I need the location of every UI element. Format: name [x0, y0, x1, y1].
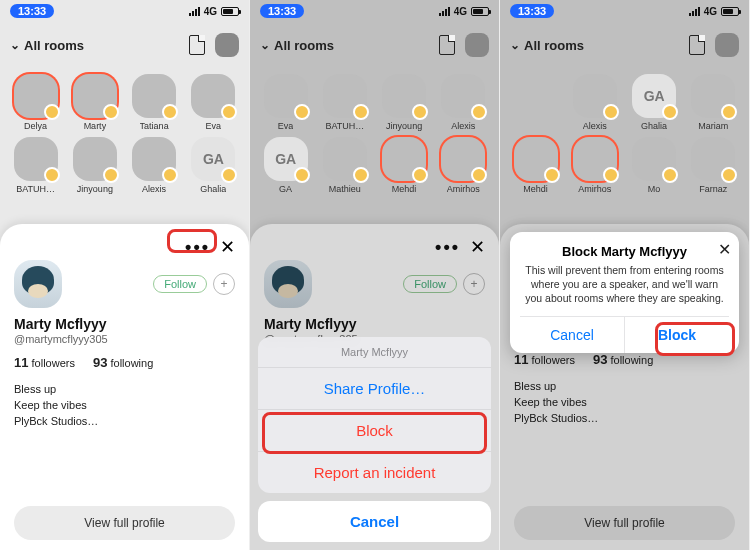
avatar[interactable] [132, 74, 176, 118]
avatar[interactable]: GA [632, 74, 676, 118]
participant-name: Eva [278, 121, 294, 131]
chevron-down-icon: ⌄ [10, 38, 20, 52]
document-icon[interactable] [439, 35, 455, 55]
participant-name: GA [279, 184, 292, 194]
screen-1: 13:33 4G ⌄ All rooms Delya Marty Tatiana… [0, 0, 250, 550]
action-sheet-title: Marty Mcflyyy [258, 337, 491, 367]
avatar[interactable] [264, 74, 308, 118]
participant-name: Eva [206, 121, 222, 131]
document-icon[interactable] [189, 35, 205, 55]
avatar[interactable] [573, 74, 617, 118]
all-rooms-dropdown[interactable]: ⌄ All rooms [10, 38, 84, 53]
avatar[interactable] [132, 137, 176, 181]
close-icon[interactable]: ✕ [718, 240, 731, 259]
participant-name: Mehdi [523, 184, 548, 194]
action-sheet: Marty Mcflyyy Share Profile… Block Repor… [258, 337, 491, 542]
following-label: following [110, 357, 153, 369]
follow-button[interactable]: Follow [403, 275, 457, 293]
profile-stats: 11 followers 93 following [514, 352, 735, 367]
avatar[interactable] [514, 137, 558, 181]
avatar[interactable] [573, 137, 617, 181]
view-full-profile-button[interactable]: View full profile [514, 506, 735, 540]
profile-name: Marty Mcflyyy [14, 316, 235, 332]
participant-name: Mo [648, 184, 661, 194]
participant-name: Farnaz [699, 184, 727, 194]
cancel-button[interactable]: Cancel [258, 501, 491, 542]
status-right: 4G [189, 6, 239, 17]
all-rooms-dropdown[interactable]: ⌄All rooms [510, 38, 584, 53]
bio-line: Keep the vibes [514, 395, 735, 411]
avatar[interactable] [382, 137, 426, 181]
status-bar: 13:33 4G [250, 0, 499, 22]
avatar[interactable] [73, 74, 117, 118]
close-icon[interactable]: ✕ [220, 238, 235, 256]
participants-grid: Eva BATUH… Jinyoung Alexis GAGA Mathieu … [258, 74, 491, 194]
all-rooms-dropdown[interactable]: ⌄All rooms [260, 38, 334, 53]
bio-line: Keep the vibes [14, 398, 235, 414]
participant-name: Alexis [451, 121, 475, 131]
dialog-block-button[interactable]: Block [624, 317, 729, 353]
more-icon[interactable]: ••• [435, 238, 460, 256]
self-avatar[interactable] [215, 33, 239, 57]
avatar[interactable] [691, 74, 735, 118]
profile-bio: Bless up Keep the vibes PlyBck Studios… [514, 379, 735, 427]
battery-icon [221, 7, 239, 16]
avatar[interactable] [441, 74, 485, 118]
avatar[interactable]: GA [264, 137, 308, 181]
avatar[interactable]: GA [191, 137, 235, 181]
top-bar: ⌄All rooms [250, 28, 499, 62]
following-count: 93 [93, 355, 107, 370]
participant-name: Alexis [583, 121, 607, 131]
avatar[interactable] [73, 137, 117, 181]
avatar[interactable] [14, 74, 58, 118]
chevron-down-icon: ⌄ [510, 38, 520, 52]
participant-name: Mehdi [392, 184, 417, 194]
all-rooms-label: All rooms [24, 38, 84, 53]
self-avatar[interactable] [465, 33, 489, 57]
all-rooms-label: All rooms [274, 38, 334, 53]
share-profile-button[interactable]: Share Profile… [258, 367, 491, 409]
dialog-body: This will prevent them from entering roo… [520, 263, 729, 306]
participant-name: BATUH… [16, 184, 55, 194]
avatar[interactable] [14, 137, 58, 181]
dialog-cancel-button[interactable]: Cancel [520, 317, 624, 353]
followers-label: followers [532, 354, 575, 366]
time: 13:33 [510, 4, 554, 18]
network-label: 4G [704, 6, 717, 17]
avatar[interactable] [632, 137, 676, 181]
participant-name: Alexis [142, 184, 166, 194]
close-icon[interactable]: ✕ [470, 238, 485, 256]
status-bar: 13:33 4G [0, 0, 249, 22]
time: 13:33 [10, 4, 54, 18]
add-icon[interactable]: + [213, 273, 235, 295]
report-incident-button[interactable]: Report an incident [258, 451, 491, 493]
battery-icon [721, 7, 739, 16]
follow-button[interactable]: Follow [153, 275, 207, 293]
avatar[interactable] [191, 74, 235, 118]
followers-count: 11 [14, 355, 28, 370]
document-icon[interactable] [689, 35, 705, 55]
avatar[interactable] [323, 74, 367, 118]
avatar[interactable] [382, 74, 426, 118]
profile-sheet: ••• ✕ Follow + Marty Mcflyyy @martymcfly… [0, 224, 249, 550]
participant-name: Mathieu [329, 184, 361, 194]
self-avatar[interactable] [715, 33, 739, 57]
profile-bio: Bless up Keep the vibes PlyBck Studios… [14, 382, 235, 430]
dialog-title: Block Marty Mcflyyy [520, 244, 729, 259]
battery-icon [471, 7, 489, 16]
participant-name: Delya [24, 121, 47, 131]
view-full-profile-button[interactable]: View full profile [14, 506, 235, 540]
bio-line: Bless up [514, 379, 735, 395]
avatar[interactable] [441, 137, 485, 181]
block-button[interactable]: Block [258, 409, 491, 451]
profile-avatar[interactable] [14, 260, 62, 308]
bio-line: PlyBck Studios… [514, 411, 735, 427]
all-rooms-label: All rooms [524, 38, 584, 53]
avatar[interactable] [323, 137, 367, 181]
chevron-down-icon: ⌄ [260, 38, 270, 52]
participant-name: Amirhos [578, 184, 611, 194]
more-icon[interactable]: ••• [185, 238, 210, 256]
add-icon[interactable]: + [463, 273, 485, 295]
avatar[interactable] [691, 137, 735, 181]
profile-avatar[interactable] [264, 260, 312, 308]
